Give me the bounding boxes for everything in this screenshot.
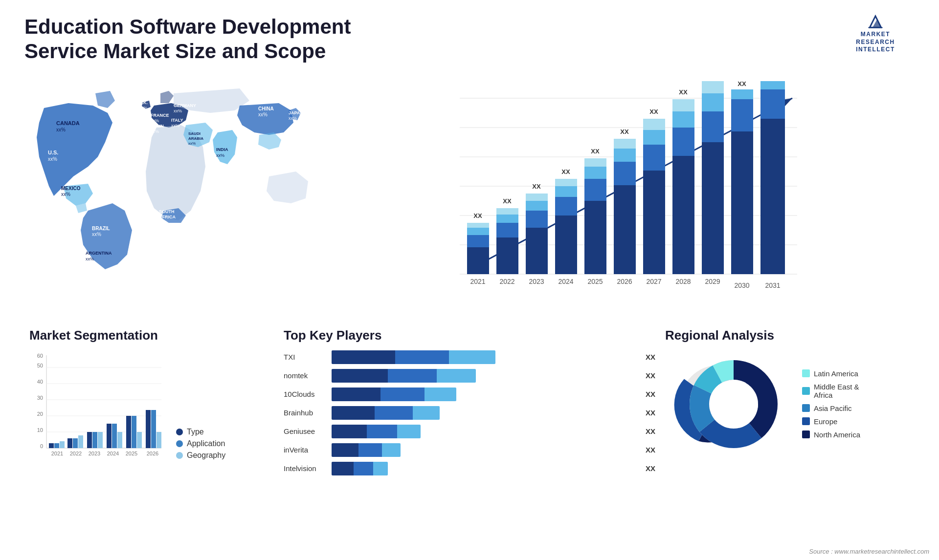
svg-rect-51 [496,215,518,223]
svg-rect-74 [614,162,636,185]
svg-rect-61 [555,215,577,274]
svg-rect-73 [614,185,636,274]
svg-text:xx%: xx% [86,257,94,261]
svg-text:xx%: xx% [92,232,101,237]
bottom-row: Market Segmentation 0 10 20 30 40 50 60 [24,323,915,560]
svg-text:20: 20 [37,411,43,417]
legend-north-america: North America [802,431,860,439]
svg-rect-70 [584,158,606,167]
svg-text:2030: 2030 [734,281,749,289]
players-title: Top Key Players [284,328,655,343]
svg-text:xx%: xx% [139,106,147,110]
segmentation-legend: Type Application Geography [176,428,225,463]
svg-rect-75 [614,149,636,162]
svg-text:50: 50 [37,363,43,368]
player-bar-container [332,350,638,364]
svg-text:2031: 2031 [765,281,780,289]
svg-rect-132 [117,432,122,448]
world-map-container: CANADA xx% U.S. xx% MEXICO xx% BRAZIL xx… [29,79,323,313]
player-value: XX [646,446,655,454]
type-label: Type [187,428,204,436]
segmentation-chart: 0 10 20 30 40 50 60 [29,350,166,463]
svg-text:2026: 2026 [617,278,632,285]
svg-rect-79 [643,171,665,274]
svg-rect-122 [54,443,59,448]
svg-rect-68 [584,179,606,201]
svg-rect-87 [672,111,694,128]
player-name: 10Clouds [284,390,328,398]
svg-point-152 [709,380,758,429]
svg-rect-45 [467,228,489,235]
svg-text:2023: 2023 [89,451,100,456]
canada-label: CANADA [56,120,80,126]
player-value: XX [646,353,655,361]
player-bar [332,406,440,420]
svg-rect-63 [555,186,577,197]
svg-text:xx%: xx% [159,220,167,225]
svg-text:xx%: xx% [258,112,268,117]
svg-text:10: 10 [37,427,43,433]
list-item: Brainhub XX [284,406,655,420]
donut-container: Latin America Middle East &Africa Asia P… [665,350,910,458]
segmentation-section: Market Segmentation 0 10 20 30 40 50 60 [29,328,274,560]
svg-text:CHINA: CHINA [258,106,274,111]
regional-section: Regional Analysis [665,328,910,560]
legend-middle-east-africa: Middle East &Africa [802,383,860,399]
svg-text:xx%: xx% [56,127,66,132]
svg-text:XX: XX [679,88,688,96]
header: Education Software Development Service M… [24,15,915,64]
svg-text:xx%: xx% [151,118,159,123]
svg-text:ITALY: ITALY [171,118,183,123]
svg-rect-131 [112,424,117,448]
main-grid: CANADA xx% U.S. xx% MEXICO xx% BRAZIL xx… [24,74,915,560]
svg-rect-97 [731,131,753,274]
svg-text:30: 30 [37,395,43,401]
svg-rect-44 [467,235,489,247]
player-bar-container [332,443,638,457]
main-bar-chart: XX 2021 XX 2022 XX 2023 [342,79,905,313]
svg-text:2025: 2025 [587,278,603,285]
svg-text:SPAIN: SPAIN [151,124,164,129]
legend-application: Application [176,439,225,448]
svg-rect-56 [526,211,548,228]
europe-label: Europe [814,417,837,426]
europe-color [802,417,810,425]
svg-rect-135 [137,432,142,448]
player-name: nomtek [284,371,328,380]
svg-rect-67 [584,201,606,274]
svg-text:GERMANY: GERMANY [174,103,196,108]
svg-rect-127 [87,432,92,448]
svg-rect-80 [643,145,665,171]
svg-rect-82 [643,119,665,130]
legend-latin-america: Latin America [802,369,860,378]
legend-asia-pacific: Asia Pacific [802,404,860,412]
latin-america-label: Latin America [814,369,858,378]
svg-text:2029: 2029 [705,278,720,285]
map-section: CANADA xx% U.S. xx% MEXICO xx% BRAZIL xx… [24,74,328,318]
geography-dot [176,452,183,459]
svg-rect-136 [146,410,151,448]
svg-rect-92 [702,111,724,142]
svg-text:2025: 2025 [126,451,137,456]
svg-text:2021: 2021 [51,451,63,456]
svg-text:SOUTH: SOUTH [159,209,175,214]
players-section: Top Key Players TXI XX [284,328,655,560]
list-item: Geniusee XX [284,425,655,438]
application-dot [176,440,183,447]
asia-pacific-color [802,404,810,412]
donut-chart-overlay [680,350,787,458]
svg-rect-62 [555,197,577,215]
svg-rect-138 [156,432,161,448]
list-item: TXI XX [284,350,655,364]
legend-europe: Europe [802,417,860,426]
svg-rect-125 [73,438,78,448]
svg-text:2024: 2024 [558,278,573,285]
svg-text:2022: 2022 [499,278,514,285]
donut-legend: Latin America Middle East &Africa Asia P… [802,369,860,439]
players-list: TXI XX nomtek [284,350,655,475]
player-name: Brainhub [284,409,328,417]
player-value: XX [646,464,655,473]
svg-text:2022: 2022 [70,451,82,456]
svg-rect-99 [731,89,753,99]
svg-text:2027: 2027 [646,278,661,285]
